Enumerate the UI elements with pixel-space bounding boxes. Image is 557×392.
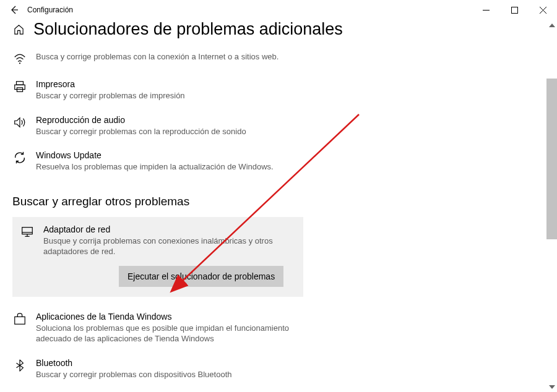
audio-icon (12, 115, 27, 137)
svg-rect-7 (15, 85, 25, 89)
printer-icon (12, 79, 27, 101)
store-icon (12, 312, 27, 344)
wifi-icon (12, 51, 27, 66)
troubleshooter-title: Aplicaciones de la Tienda Windows (36, 312, 303, 322)
back-button[interactable] (5, 1, 24, 19)
svg-rect-9 (22, 227, 33, 234)
minimize-button[interactable] (472, 1, 500, 19)
troubleshooter-title: Windows Update (36, 150, 303, 160)
scroll-down-arrow[interactable] (546, 381, 557, 392)
troubleshooter-title: Impresora (36, 79, 303, 89)
arrow-left-icon (9, 5, 19, 15)
troubleshooter-desc: Busque y corrija problemas con conexione… (43, 236, 296, 257)
window-controls (472, 1, 557, 19)
troubleshooter-audio[interactable]: Reproducción de audio Buscar y corregir … (12, 110, 303, 142)
svg-rect-13 (15, 317, 25, 324)
close-icon (540, 7, 546, 14)
close-button[interactable] (529, 1, 557, 19)
minimize-icon (483, 7, 490, 14)
svg-point-5 (19, 62, 20, 64)
svg-rect-6 (17, 82, 24, 85)
page-header: Solucionadores de problemas adicionales (12, 20, 545, 39)
troubleshooter-desc: Buscar y corregir problemas de impresión (36, 90, 303, 101)
troubleshooter-bluetooth[interactable]: Bluetooth Buscar y corregir problemas co… (12, 353, 303, 385)
svg-rect-2 (511, 7, 517, 13)
scrollbar[interactable] (546, 20, 557, 392)
page-title: Solucionadores de problemas adicionales (33, 20, 343, 39)
troubleshooter-desc: Soluciona los problemas que es posible q… (36, 323, 303, 344)
content-area: Solucionadores de problemas adicionales … (0, 20, 557, 392)
troubleshooter-internet[interactable]: Busca y corrige problemas con la conexió… (12, 46, 303, 70)
scroll-up-arrow[interactable] (546, 20, 557, 30)
troubleshooter-title: Reproducción de audio (36, 115, 303, 125)
troubleshooter-desc: Buscar y corregir problemas con disposit… (36, 369, 303, 380)
troubleshooter-desc: Busca y corrige problemas con la conexió… (36, 51, 303, 62)
maximize-button[interactable] (500, 1, 529, 19)
troubleshooter-network-selected[interactable]: Adaptador de red Busque y corrija proble… (12, 217, 303, 297)
run-troubleshooter-button[interactable]: Ejecutar el solucionador de problemas (119, 266, 283, 287)
troubleshooter-desc: Resuelva los problemas que impiden la ac… (36, 161, 303, 173)
titlebar: Configuración (0, 0, 557, 20)
troubleshooter-network: Adaptador de red Busque y corrija proble… (20, 224, 296, 257)
troubleshooter-desc: Buscar y corregir problemas con la repro… (36, 126, 303, 137)
section-heading: Buscar y arreglar otros problemas (12, 195, 545, 208)
troubleshooter-title: Bluetooth (36, 358, 303, 368)
scroll-thumb[interactable] (546, 79, 557, 239)
maximize-icon (511, 7, 518, 14)
troubleshooter-title: Adaptador de red (43, 224, 296, 234)
app-title: Configuración (27, 6, 73, 14)
update-icon (12, 150, 27, 173)
troubleshooter-update[interactable]: Windows Update Resuelva los problemas qu… (12, 145, 303, 177)
bluetooth-icon (12, 358, 27, 380)
home-icon[interactable] (12, 23, 25, 36)
troubleshooter-store[interactable]: Aplicaciones de la Tienda Windows Soluci… (12, 307, 303, 349)
troubleshooter-printer[interactable]: Impresora Buscar y corregir problemas de… (12, 74, 303, 106)
network-icon (20, 224, 35, 257)
